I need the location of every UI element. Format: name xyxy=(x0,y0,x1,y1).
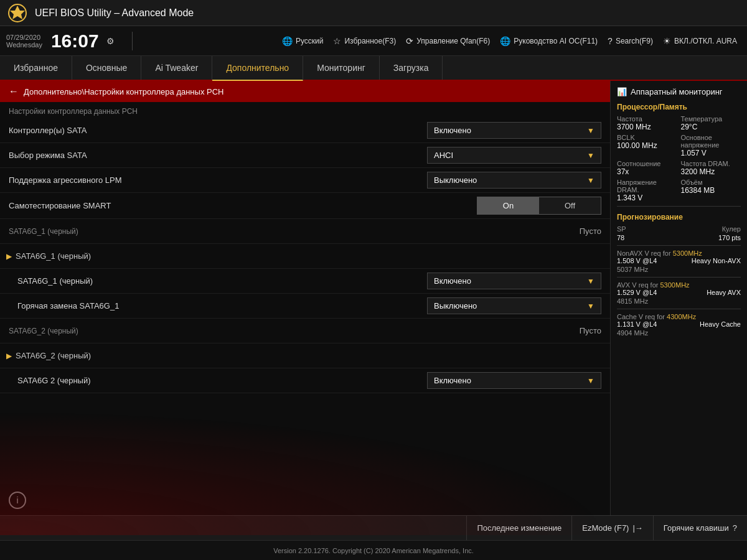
hotswap-sata6g1-dropdown[interactable]: Выключено ▼ xyxy=(427,297,601,314)
smart-label: Самотестирование SMART xyxy=(9,201,477,210)
smart-toggle[interactable]: On Off xyxy=(477,197,601,215)
main-layout: ← Дополнительно\Настройки контроллера да… xyxy=(0,81,747,515)
section-label: Настройки контроллера данных PCH xyxy=(0,102,610,118)
settings-gear-icon[interactable]: ⚙ xyxy=(106,36,115,46)
ezmode-section[interactable]: EzMode (F7) |→ xyxy=(571,516,653,540)
rog-logo xyxy=(6,2,29,24)
chevron-down-icon: ▼ xyxy=(587,126,594,135)
qfan-btn[interactable]: ⟳ Управление Qfan(F6) xyxy=(402,35,494,47)
dram-freq-value: 3200 MHz xyxy=(681,167,741,176)
breadcrumb[interactable]: ← Дополнительно\Настройки контроллера да… xyxy=(0,81,610,102)
dram-voltage-label: Напряжение DRAM. xyxy=(617,179,677,194)
divider xyxy=(617,277,741,278)
tab-ai-tweaker[interactable]: Ai Tweaker xyxy=(141,56,212,80)
sata-mode-dropdown[interactable]: AHCI ▼ xyxy=(427,147,601,164)
tab-main[interactable]: Основные xyxy=(72,56,141,80)
bclk-value: 100.00 MHz xyxy=(617,141,677,150)
setting-row-smart: Самотестирование SMART On Off xyxy=(0,193,610,219)
dram-freq-label: Частота DRAM. xyxy=(681,160,741,167)
language-btn[interactable]: 🌐 Русский xyxy=(278,35,327,47)
temp-value: 29°C xyxy=(681,123,741,131)
monitor-grid: Частота 3700 MHz Температура 29°C BCLK 1… xyxy=(617,115,741,202)
favorites-btn[interactable]: ☆ Избранное(F3) xyxy=(329,35,400,47)
settings-panel: ← Дополнительно\Настройки контроллера да… xyxy=(0,81,610,515)
fan-icon: ⟳ xyxy=(406,36,413,46)
chevron-down-icon: ▼ xyxy=(587,376,594,385)
monitor-title: 📊 Аппаратный мониторинг xyxy=(617,87,741,96)
setting-row-sata-controller: Контроллер(ы) SATA Включено ▼ xyxy=(0,118,610,143)
chevron-down-icon: ▼ xyxy=(587,176,594,185)
breadcrumb-text: Дополнительно\Настройки контроллера данн… xyxy=(24,87,223,96)
hotswap-sata6g1-label: Горячая замена SATA6G_1 xyxy=(17,301,427,310)
aura-icon: ☀ xyxy=(663,36,671,46)
ezmode-label: EzMode (F7) xyxy=(582,523,629,533)
sata6g2-info-value: Пусто xyxy=(580,326,601,335)
sp-cooler-row: SP Кулер 78 170 pts xyxy=(617,225,741,241)
time-display: 16:07 xyxy=(51,30,99,52)
sata6g1-enabled-label: SATA6G_1 (черный) xyxy=(17,276,427,286)
tab-monitoring[interactable]: Мониторинг xyxy=(303,56,380,80)
last-change-label: Последнее изменение xyxy=(477,523,561,533)
chevron-down-icon: ▼ xyxy=(587,302,594,310)
svg-marker-1 xyxy=(10,6,25,19)
sata-mode-label: Выбор режима SATA xyxy=(9,151,427,160)
info-button[interactable]: i xyxy=(9,492,26,509)
ai-oc-btn[interactable]: 🌐 Руководство AI OC(F11) xyxy=(496,35,601,47)
divider xyxy=(132,32,133,50)
monitor-icon: 📊 xyxy=(617,87,627,96)
ratio-label: Соотношение xyxy=(617,160,677,167)
ezmode-icon: |→ xyxy=(632,523,642,533)
expand-arrow-icon: ▶ xyxy=(6,252,12,261)
memory-size-label: Объём xyxy=(681,179,741,186)
non-avx-row: NonAVX V req for 5300MHz 1.508 V @L4 Hea… xyxy=(617,250,741,273)
sata6g1-enabled-dropdown[interactable]: Включено ▼ xyxy=(427,273,601,289)
sata-controller-label: Контроллер(ы) SATA xyxy=(9,126,427,135)
core-voltage-value: 1.057 V xyxy=(681,149,741,157)
sata6g2-group-label: ▶ SATA6G_2 (черный) xyxy=(6,351,601,360)
dram-voltage-value: 1.343 V xyxy=(617,194,677,202)
last-change-section: Последнее изменение xyxy=(466,516,571,540)
nav-tabs: Избранное Основные Ai Tweaker Дополнител… xyxy=(0,56,747,81)
setting-row-sata6g1-group[interactable]: ▶ SATA6G_1 (черный) xyxy=(0,244,610,269)
core-voltage-label: Основное напряжение xyxy=(681,134,741,149)
setting-row-aggressive-lpm: Поддержка агрессивного LPM Выключено ▼ xyxy=(0,168,610,193)
ratio-value: 37x xyxy=(617,167,677,176)
toggle-off-button[interactable]: Off xyxy=(539,197,601,214)
sata-controller-dropdown[interactable]: Включено ▼ xyxy=(427,122,601,139)
toolbar-buttons: 🌐 Русский ☆ Избранное(F3) ⟳ Управление Q… xyxy=(144,35,741,47)
prognoz-title: Прогнозирование xyxy=(617,213,741,222)
aggressive-lpm-dropdown[interactable]: Выключено ▼ xyxy=(427,172,601,189)
cache-row: Cache V req for 4300MHz 1.131 V @L4 Heav… xyxy=(617,313,741,337)
bookmark-icon: ☆ xyxy=(333,36,341,46)
hotkeys-label: Горячие клавиши xyxy=(664,523,729,533)
question-icon: ? xyxy=(733,523,737,533)
hardware-monitor-panel: 📊 Аппаратный мониторинг Процессор/Память… xyxy=(610,81,747,515)
toggle-on-button[interactable]: On xyxy=(477,197,539,214)
cpu-memory-title: Процессор/Память xyxy=(617,103,741,111)
footer: Version 2.20.1276. Copyright (C) 2020 Am… xyxy=(0,540,747,560)
bclk-label: BCLK xyxy=(617,134,677,141)
language-icon: 🌐 xyxy=(282,36,293,46)
setting-row-sata6g2-group[interactable]: ▶ SATA6G_2 (черный) xyxy=(0,343,610,368)
chevron-down-icon: ▼ xyxy=(587,151,594,160)
hotkeys-section[interactable]: Горячие клавиши ? xyxy=(653,516,747,540)
tab-favorites[interactable]: Избранное xyxy=(0,56,72,80)
sata6g2-enabled-dropdown[interactable]: Включено ▼ xyxy=(427,372,601,389)
datetime-bar: 07/29/2020 Wednesday 16:07 ⚙ 🌐 Русский ☆… xyxy=(0,26,747,56)
divider xyxy=(617,309,741,309)
setting-row-sata-mode: Выбор режима SATA AHCI ▼ xyxy=(0,143,610,168)
sata6g1-group-label: ▶ SATA6G_1 (черный) xyxy=(6,251,601,261)
setting-row-sata6g2-info: SATA6G_2 (черный) Пусто xyxy=(0,319,610,343)
back-arrow-icon[interactable]: ← xyxy=(9,86,19,97)
search-btn[interactable]: ? Search(F9) xyxy=(604,35,657,47)
ai-icon: 🌐 xyxy=(500,36,510,46)
sata6g2-info-label: SATA6G_2 (черный) xyxy=(9,327,580,335)
setting-row-sata6g2-enabled: SATA6G 2 (черный) Включено ▼ xyxy=(0,368,610,393)
sata6g1-info-label: SATA6G_1 (черный) xyxy=(9,227,580,236)
divider xyxy=(617,206,741,207)
tab-advanced[interactable]: Дополнительно xyxy=(212,56,303,81)
aura-btn[interactable]: ☀ ВКЛ./ОТКЛ. AURA xyxy=(659,35,741,47)
aggressive-lpm-label: Поддержка агрессивного LPM xyxy=(9,175,427,185)
tab-boot[interactable]: Загрузка xyxy=(380,56,443,80)
footer-text: Version 2.20.1276. Copyright (C) 2020 Am… xyxy=(273,547,474,554)
